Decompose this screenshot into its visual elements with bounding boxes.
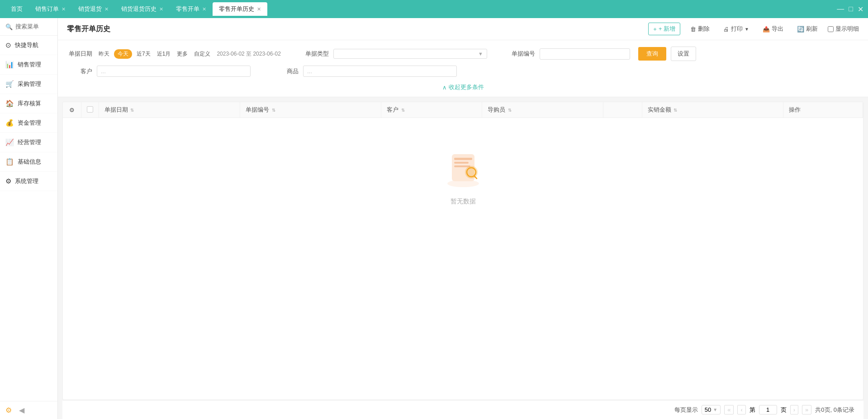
tab-retail-open-history-close[interactable]: ✕ <box>257 6 261 12</box>
table-wrapper: ⚙ 单据日期 ⇅ 单据编号 ⇅ <box>62 102 863 400</box>
sidebar-item-finance[interactable]: 💰 资金管理 <box>0 113 57 133</box>
sidebar-item-operations[interactable]: 📈 经营管理 <box>0 133 57 152</box>
goods-select[interactable]: ... <box>303 66 457 77</box>
tab-sales-return-history[interactable]: 销货退货历史 ✕ <box>115 2 170 16</box>
print-icon: 🖨 <box>723 26 729 33</box>
settings-bottom-icon[interactable]: ⚙ <box>5 406 12 414</box>
bill-type-select[interactable]: ▼ <box>333 49 487 59</box>
sidebar-item-label-finance: 资金管理 <box>18 119 41 127</box>
refresh-icon: 🔄 <box>797 26 804 33</box>
page-header: 零售开单历史 + + 新增 🗑 删除 🖨 打印 ▼ 📤 导出 <box>58 18 868 40</box>
th-customer: 客户 ⇅ <box>381 102 482 118</box>
tab-retail-open[interactable]: 零售开单 ✕ <box>170 2 213 16</box>
sidebar-item-quick-nav[interactable]: ⊙ 快捷导航 <box>0 36 57 55</box>
first-page-button[interactable]: « <box>724 405 734 414</box>
print-label: 打印 <box>731 25 743 33</box>
refresh-button[interactable]: 🔄 刷新 <box>793 23 821 35</box>
table-settings-icon[interactable]: ⚙ <box>69 107 75 113</box>
sidebar-bottom: ⚙ ◀ <box>0 401 57 419</box>
th-amount: 实销金额 ⇅ <box>642 102 783 118</box>
date-opt-today[interactable]: 今天 <box>114 49 132 59</box>
sidebar-item-label-base-info: 基础信息 <box>18 158 41 166</box>
tab-sales-order[interactable]: 销售订单 ✕ <box>29 2 72 16</box>
customer-select[interactable]: ... <box>97 66 251 77</box>
collapse-up-icon: ∧ <box>442 84 447 91</box>
sidebar-item-label-sales-mgmt: 销售管理 <box>18 61 41 69</box>
print-dropdown-icon: ▼ <box>745 27 749 32</box>
export-button[interactable]: 📤 导出 <box>759 23 787 35</box>
window-controls: — □ ✕ <box>837 5 863 14</box>
collapse-sidebar-icon[interactable]: ◀ <box>19 406 24 414</box>
select-all-checkbox[interactable] <box>87 106 93 113</box>
date-options: 昨天 今天 近7天 近1月 更多 自定义 2023-06-02 至 2023-0… <box>97 49 281 59</box>
tab-bar: 首页 销售订单 ✕ 销货退货 ✕ 销货退货历史 ✕ 零售开单 ✕ 零售开单历史 … <box>0 0 868 18</box>
sidebar-item-inventory[interactable]: 🏠 库存核算 <box>0 94 57 113</box>
per-page-select[interactable]: 50 ▼ <box>702 405 721 414</box>
print-button[interactable]: 🖨 打印 ▼ <box>720 23 753 35</box>
th-check[interactable] <box>81 102 99 118</box>
date-opt-more[interactable]: 更多 <box>175 49 190 59</box>
sidebar: 🔍 搜索菜单 ⊙ 快捷导航 📊 销售管理 🛒 采购管理 🏠 库存核算 💰 资金管… <box>0 18 58 419</box>
last-page-button[interactable]: » <box>802 405 811 414</box>
display-cols-label: 显示明细 <box>835 25 859 33</box>
prev-page-button[interactable]: ‹ <box>737 405 745 414</box>
bill-no-label: 单据编号 <box>510 50 535 58</box>
page-input[interactable] <box>759 405 777 414</box>
display-cols-checkbox[interactable] <box>828 26 834 32</box>
tab-sales-return[interactable]: 销货退货 ✕ <box>72 2 115 16</box>
main-layout: 🔍 搜索菜单 ⊙ 快捷导航 📊 销售管理 🛒 采购管理 🏠 库存核算 💰 资金管… <box>0 18 868 419</box>
date-opt-yesterday[interactable]: 昨天 <box>97 49 111 59</box>
page-title: 零售开单历史 <box>67 24 110 34</box>
inventory-icon: 🏠 <box>5 99 14 108</box>
sidebar-search[interactable]: 🔍 搜索菜单 <box>0 18 57 36</box>
date-label: 单据日期 <box>67 50 92 58</box>
tab-sales-order-close[interactable]: ✕ <box>62 6 66 12</box>
close-button[interactable]: ✕ <box>858 5 863 14</box>
delete-button[interactable]: 🗑 删除 <box>687 23 713 35</box>
date-opt-last7[interactable]: 近7天 <box>135 49 152 59</box>
date-opt-custom[interactable]: 自定义 <box>192 49 212 59</box>
sort-amount-icon[interactable]: ⇅ <box>674 108 677 113</box>
delete-icon: 🗑 <box>690 26 696 33</box>
bill-type-label: 单据类型 <box>304 50 329 58</box>
new-button[interactable]: + + 新增 <box>648 23 680 35</box>
goods-label: 商品 <box>273 67 299 75</box>
sidebar-item-sales-mgmt[interactable]: 📊 销售管理 <box>0 55 57 75</box>
new-icon: + <box>653 26 657 33</box>
sort-guide-icon[interactable]: ⇅ <box>508 108 512 113</box>
next-page-button[interactable]: › <box>790 405 798 414</box>
sort-date-icon[interactable]: ⇅ <box>130 108 134 113</box>
sales-mgmt-icon: 📊 <box>5 61 14 69</box>
tab-sales-return-history-label: 销货退货历史 <box>121 5 157 13</box>
page-label: 第 <box>749 406 755 414</box>
pagination-bar: 每页显示 50 ▼ « ‹ 第 页 › » 共0页, 0条记录 <box>62 400 863 419</box>
tab-sales-return-label: 销货退货 <box>78 5 102 13</box>
query-button[interactable]: 查询 <box>638 47 666 61</box>
date-opt-last-month[interactable]: 近1月 <box>155 49 173 59</box>
setting-button[interactable]: 设置 <box>671 47 696 61</box>
per-page-dropdown-icon: ▼ <box>713 407 717 412</box>
bill-no-input[interactable] <box>540 48 630 60</box>
new-label: + 新增 <box>659 25 675 33</box>
minimize-button[interactable]: — <box>837 5 844 14</box>
sort-no-icon[interactable]: ⇅ <box>272 108 275 113</box>
operations-icon: 📈 <box>5 138 14 146</box>
page-total: 共0页, 0条记录 <box>815 406 854 414</box>
th-spacer <box>603 102 642 118</box>
tab-retail-open-history[interactable]: 零售开单历史 ✕ <box>213 2 267 16</box>
empty-state: 暂无数据 <box>63 118 863 233</box>
th-settings[interactable]: ⚙ <box>63 102 81 118</box>
tab-home[interactable]: 首页 <box>5 2 29 16</box>
sidebar-item-sys-mgmt[interactable]: ⚙ 系统管理 <box>0 172 57 191</box>
sort-customer-icon[interactable]: ⇅ <box>401 108 405 113</box>
tab-sales-return-close[interactable]: ✕ <box>104 6 109 12</box>
maximize-button[interactable]: □ <box>849 5 853 14</box>
tab-sales-return-history-close[interactable]: ✕ <box>159 6 163 12</box>
sidebar-item-purchase-mgmt[interactable]: 🛒 采购管理 <box>0 75 57 94</box>
finance-icon: 💰 <box>5 119 14 127</box>
sidebar-item-base-info[interactable]: 📋 基础信息 <box>0 152 57 172</box>
tab-retail-open-history-label: 零售开单历史 <box>219 5 254 13</box>
display-cols-toggle[interactable]: 显示明细 <box>828 25 859 33</box>
tab-retail-open-close[interactable]: ✕ <box>202 6 206 12</box>
collapse-bar[interactable]: ∧ 收起更多条件 <box>67 81 859 93</box>
